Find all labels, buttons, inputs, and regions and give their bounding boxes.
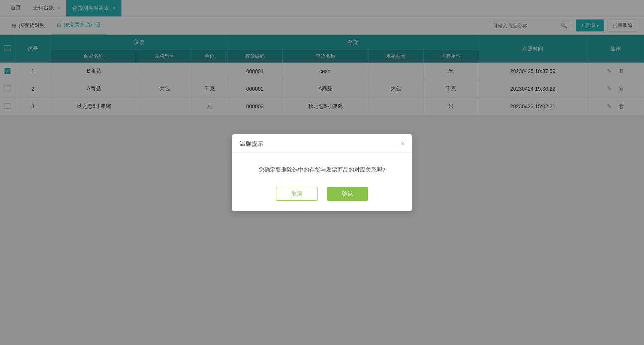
modal-overlay: 温馨提示 × 您确定要删除选中的存货与发票商品的对应关系吗? 取消 确认 [0,0,644,115]
